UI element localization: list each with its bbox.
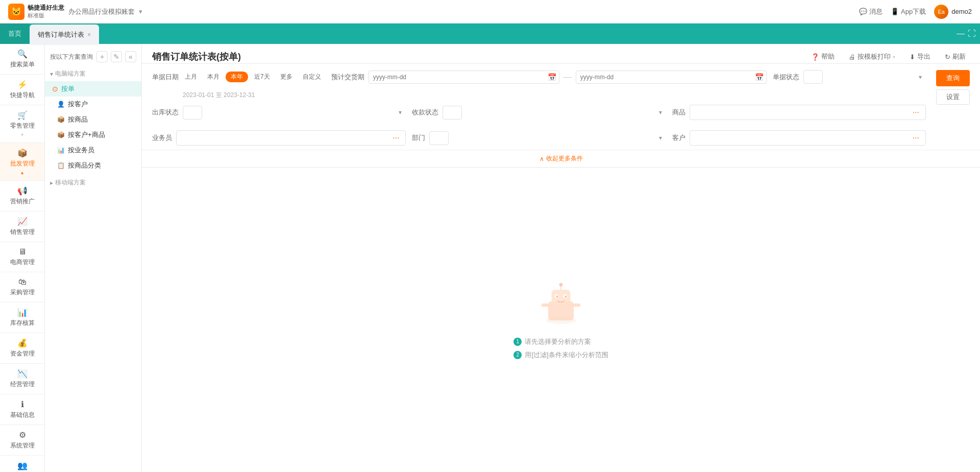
staff-filter-group: 业务员 ···	[152, 130, 406, 146]
filter-row-1: 单据日期 上月 本月 本年 近7天 更多 自定义 预计交货期	[152, 70, 926, 84]
tab-bar: 首页 销售订单统计表 × — ⛶	[0, 23, 980, 44]
tree-item-label: 按业务员	[68, 146, 94, 155]
left-panel: 按以下方案查询 + ✎ « ▾ 电脑端方案 ⊙ 按单 👤 按客户 📦 按商品 📦…	[45, 44, 142, 472]
date-btn-this-year[interactable]: 本年	[226, 72, 248, 82]
top-bar-left: 🐱 畅捷通好生意 标准版 办公用品行业模拟账套 ▾	[8, 4, 142, 20]
goods-input-area[interactable]: ···	[690, 105, 926, 120]
add-scheme-button[interactable]: +	[96, 51, 108, 62]
dept-select[interactable]	[429, 131, 449, 145]
app-download-button[interactable]: 📱 App下载	[891, 7, 926, 16]
sidebar-item-label: 批发管理	[10, 159, 35, 168]
refresh-button[interactable]: ↻ 刷新	[941, 50, 970, 63]
date-btn-custom[interactable]: 自定义	[299, 70, 325, 83]
filter-row-2: 出库状态 收款状态	[152, 105, 926, 120]
customer-more-button[interactable]: ···	[911, 133, 921, 143]
sidebar-item-retail[interactable]: 🛒 零售管理 ▾	[0, 105, 44, 143]
goods-more-button[interactable]: ···	[911, 108, 921, 117]
outbound-label: 出库状态	[152, 108, 179, 117]
tab-close-button[interactable]: ×	[87, 31, 91, 38]
tree-item-label: 按单	[61, 84, 75, 93]
query-button[interactable]: 查询	[936, 70, 970, 86]
sidebar-item-search[interactable]: 🔍 搜索菜单	[0, 44, 44, 75]
help-button[interactable]: ❓ 帮助	[807, 50, 839, 63]
tree-item-by-customer-goods[interactable]: 📦 按客户+商品	[45, 127, 141, 143]
sidebar-item-inventory[interactable]: 📊 库存核算	[0, 302, 44, 333]
user-area[interactable]: Ea demo2	[934, 5, 972, 19]
scheme-cg-icon: 📦	[57, 131, 65, 138]
date-btn-this-month[interactable]: 本月	[203, 70, 224, 83]
expected-date-start-input[interactable]	[369, 70, 559, 84]
tip-num-1: 1	[513, 338, 522, 346]
svg-point-5	[556, 296, 558, 298]
sidebar-item-marketing[interactable]: 📢 营销推广	[0, 181, 44, 211]
title-dropdown-icon[interactable]: ▾	[139, 8, 142, 15]
sidebar-item-nav[interactable]: ⚡ 快捷导航	[0, 75, 44, 105]
sidebar-item-system[interactable]: ⚙ 系统管理	[0, 425, 44, 456]
tree-item-by-category[interactable]: 📋 按商品分类	[45, 158, 141, 173]
receipt-select-wrapper	[443, 106, 666, 120]
scheme-category-icon: 📋	[57, 162, 65, 169]
empty-tip-2: 2 用[过滤]条件来缩小分析范围	[513, 348, 608, 362]
tree-item-by-staff[interactable]: 📊 按业务员	[45, 143, 141, 158]
sidebar-item-operation[interactable]: 📉 经营管理	[0, 364, 44, 394]
tree-expand-icon-mobile: ▸	[50, 179, 53, 186]
sidebar-item-ecommerce[interactable]: 🖥 电商管理	[0, 242, 44, 272]
date-btn-more[interactable]: 更多	[276, 70, 297, 83]
tab-maximize-button[interactable]: ⛶	[968, 29, 976, 38]
customer-filter-group: 客户 ···	[672, 130, 926, 146]
message-button[interactable]: 💬 消息	[859, 7, 883, 16]
logo-text: 畅捷通好生意 标准版	[28, 4, 64, 19]
sidebar-item-finance[interactable]: 💰 资金管理	[0, 333, 44, 364]
outbound-select[interactable]	[183, 106, 202, 120]
tab-home[interactable]: 首页	[0, 23, 30, 44]
staff-input-area[interactable]: ···	[176, 130, 406, 146]
sidebar-item-collab[interactable]: 👥 企业协同	[0, 456, 44, 472]
nav-icon: ⚡	[17, 80, 28, 89]
date-btn-last-month[interactable]: 上月	[181, 70, 201, 83]
calendar-start-icon: 📅	[548, 73, 556, 81]
retail-icon: 🛒	[17, 110, 28, 120]
sidebar-item-label: 采购管理	[10, 288, 35, 297]
app-title: 办公用品行业模拟账套	[68, 7, 135, 16]
tab-active[interactable]: 销售订单统计表 ×	[30, 25, 99, 45]
sidebar-item-label: 经营管理	[10, 380, 35, 389]
tree-item-label: 按商品分类	[68, 161, 101, 170]
inventory-icon: 📊	[17, 308, 28, 317]
collapse-bar[interactable]: ∧ 收起更多条件	[142, 150, 980, 167]
collapse-panel-button[interactable]: «	[125, 51, 136, 62]
tree-item-by-customer[interactable]: 👤 按客户	[45, 97, 141, 112]
print-dropdown-icon: ▾	[893, 54, 895, 60]
top-bar: 🐱 畅捷通好生意 标准版 办公用品行业模拟账套 ▾ 💬 消息 📱 App下载 E…	[0, 0, 980, 23]
sidebar-item-basic[interactable]: ℹ 基础信息	[0, 394, 44, 425]
receipt-select[interactable]	[443, 106, 462, 120]
top-bar-right: 💬 消息 📱 App下载 Ea demo2	[859, 5, 972, 19]
help-icon: ❓	[811, 53, 819, 61]
sidebar-item-wholesale[interactable]: 📦 批发管理 ▴	[0, 143, 44, 181]
expected-date-end-input[interactable]	[576, 70, 767, 84]
expand-icon: ▾	[21, 132, 23, 137]
tree-parent-pc[interactable]: ▾ 电脑端方案	[45, 66, 141, 81]
tab-minimize-button[interactable]: —	[957, 29, 965, 38]
sidebar-item-label: 系统管理	[10, 441, 35, 450]
export-button[interactable]: ⬇ 导出	[905, 50, 935, 63]
edit-scheme-button[interactable]: ✎	[111, 51, 122, 62]
customer-input-area[interactable]: ···	[690, 130, 926, 146]
settings-button[interactable]: 设置	[936, 89, 970, 105]
tree-item-by-order[interactable]: ⊙ 按单	[45, 81, 141, 97]
status-select[interactable]	[803, 70, 823, 84]
print-button[interactable]: 🖨 按模板打印 ▾	[845, 50, 899, 63]
tree-item-by-goods[interactable]: 📦 按商品	[45, 112, 141, 127]
sidebar-item-purchase[interactable]: 🛍 采购管理	[0, 272, 44, 302]
date-btn-last-7days[interactable]: 近7天	[250, 70, 274, 83]
expected-date-end-wrapper: 📅	[576, 70, 767, 84]
ecommerce-icon: 🖥	[18, 247, 27, 256]
tree-expand-icon: ▾	[50, 70, 53, 78]
dept-filter-group: 部门	[412, 131, 666, 145]
query-buttons-area: 查询 设置	[936, 70, 970, 105]
tree-parent-mobile[interactable]: ▸ 移动端方案	[45, 175, 141, 190]
sidebar-item-sales[interactable]: 📈 销售管理	[0, 211, 44, 242]
svg-point-10	[559, 283, 563, 287]
home-tab-label: 首页	[8, 29, 21, 38]
operation-icon: 📉	[17, 369, 28, 379]
staff-more-button[interactable]: ···	[390, 133, 401, 143]
